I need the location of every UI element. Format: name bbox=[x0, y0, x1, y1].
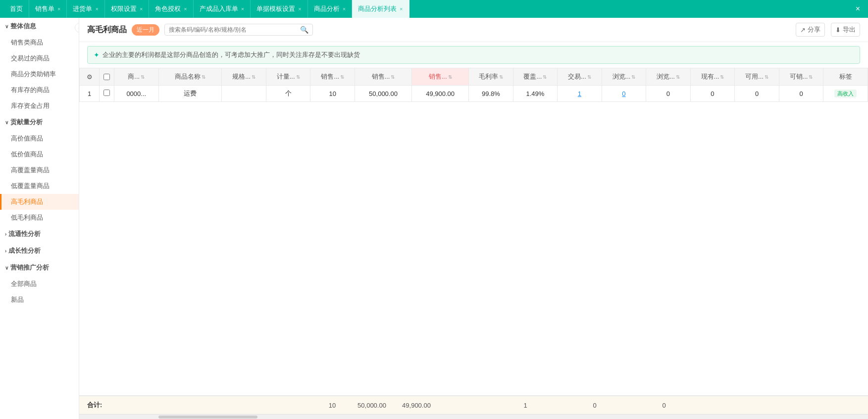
close-purchase-tab[interactable]: × bbox=[95, 6, 98, 12]
cell-browse2: 0 bbox=[646, 86, 691, 102]
nav-tab-permissions[interactable]: 权限设置 × bbox=[105, 0, 149, 18]
close-analysis-tab[interactable]: × bbox=[343, 6, 346, 12]
sort-icon-gross-margin: ⇅ bbox=[499, 74, 503, 80]
nav-tab-purchase[interactable]: 进货单 × bbox=[67, 0, 104, 18]
sidebar-item-high-margin[interactable]: 高毛利商品 bbox=[0, 194, 79, 210]
content-header: 高毛利商品 近一月 🔍 ↗ 分享 ⬇ 导出 bbox=[79, 18, 868, 42]
nav-tab-product-stock[interactable]: 产成品入库单 × bbox=[194, 0, 251, 18]
sidebar-item-all-goods[interactable]: 全部商品 bbox=[0, 276, 79, 292]
sort-icon-spec: ⇅ bbox=[252, 74, 255, 80]
sort-icon-available-stock: ⇅ bbox=[765, 74, 768, 80]
sidebar-item-low-margin[interactable]: 低毛利商品 bbox=[0, 210, 79, 226]
sidebar-item-in-stock[interactable]: 有库存的商品 bbox=[0, 82, 79, 98]
footer-tag bbox=[716, 402, 751, 409]
sidebar-item-high-value[interactable]: 高价值商品 bbox=[0, 131, 79, 146]
sidebar-item-traded-goods[interactable]: 交易过的商品 bbox=[0, 50, 79, 66]
col-code[interactable]: 商... ⇅ bbox=[114, 68, 159, 86]
sidebar-item-new-goods[interactable]: 新品 bbox=[0, 292, 79, 308]
col-settings[interactable]: ⚙ bbox=[80, 68, 100, 86]
sidebar-item-stock-capital[interactable]: 库存资金占用 bbox=[0, 98, 79, 114]
col-tag[interactable]: 标签 bbox=[823, 68, 868, 86]
col-coverage[interactable]: 覆盖... ⇅ bbox=[513, 68, 558, 86]
sidebar-group-marketing[interactable]: ∨ 营销推广分析 bbox=[0, 259, 79, 276]
table-footer: 合计: 10 50,000.00 49,900.00 1 0 0 bbox=[79, 395, 868, 414]
footer-sales-amount: 50,000.00 bbox=[350, 402, 394, 409]
sidebar-group-overall[interactable]: ∨ 整体信息 bbox=[0, 18, 79, 35]
page-title: 高毛利商品 bbox=[87, 25, 127, 35]
sidebar-group-contribution[interactable]: ∨ 贡献量分析 bbox=[0, 114, 79, 131]
sidebar-item-low-value[interactable]: 低价值商品 bbox=[0, 146, 79, 162]
sort-icon-coverage: ⇅ bbox=[543, 74, 547, 80]
close-analysis-list-tab[interactable]: × bbox=[400, 6, 403, 12]
footer-cell-empty2 bbox=[147, 402, 161, 409]
footer-browse2: 0 bbox=[577, 402, 612, 409]
col-transaction[interactable]: 交易... ⇅ bbox=[558, 68, 602, 86]
col-name[interactable]: 商品名称 ⇅ bbox=[158, 68, 222, 86]
sidebar-item-category-rate[interactable]: 商品分类助销率 bbox=[0, 66, 79, 82]
sidebar-group-growth[interactable]: › 成长性分析 bbox=[0, 242, 79, 259]
footer-current-stock bbox=[612, 402, 647, 409]
col-checkbox[interactable] bbox=[100, 68, 114, 86]
cell-spec bbox=[222, 86, 266, 102]
cell-checkbox[interactable] bbox=[100, 86, 114, 102]
col-current-stock[interactable]: 现有... ⇅ bbox=[690, 68, 735, 86]
col-sales-profit[interactable]: 销售... ⇅ bbox=[412, 68, 469, 86]
col-available-stock[interactable]: 可用... ⇅ bbox=[735, 68, 779, 86]
nav-tab-analysis-list[interactable]: 商品分析列表 × bbox=[352, 0, 409, 18]
select-all-checkbox[interactable] bbox=[103, 74, 110, 80]
cell-sales-amount: 50,000.00 bbox=[355, 86, 411, 102]
share-button[interactable]: ↗ 分享 bbox=[796, 23, 825, 37]
arrow-marketing: ∨ bbox=[5, 265, 8, 271]
arrow-overall: ∨ bbox=[5, 24, 8, 29]
nav-tab-roles[interactable]: 角色授权 × bbox=[149, 0, 193, 18]
col-gross-margin[interactable]: 毛利率 ⇅ bbox=[469, 68, 513, 86]
header-actions: ↗ 分享 ⬇ 导出 bbox=[796, 23, 860, 37]
col-browse2[interactable]: 浏览... ⇅ bbox=[646, 68, 691, 86]
col-sales-qty[interactable]: 销售... ⇅ bbox=[310, 68, 355, 86]
nav-tab-template[interactable]: 单据模板设置 × bbox=[251, 0, 307, 18]
footer-label: 合计: bbox=[87, 401, 127, 410]
close-product-stock-tab[interactable]: × bbox=[241, 6, 244, 12]
sidebar-group-liquidity[interactable]: › 流通性分析 bbox=[0, 226, 79, 242]
cell-unit: 个 bbox=[266, 86, 310, 102]
cell-current-stock: 0 bbox=[690, 86, 735, 102]
arrow-growth: › bbox=[5, 248, 6, 254]
sort-icon-name: ⇅ bbox=[202, 74, 205, 80]
cell-coverage: 1.49% bbox=[513, 86, 558, 102]
sidebar-item-high-coverage[interactable]: 高覆盖量商品 bbox=[0, 162, 79, 178]
scrollbar-thumb[interactable] bbox=[158, 416, 257, 419]
col-browse1[interactable]: 浏览... ⇅ bbox=[602, 68, 646, 86]
search-input[interactable] bbox=[169, 26, 298, 33]
search-icon[interactable]: 🔍 bbox=[300, 26, 308, 34]
info-banner: ✦ 企业的主要的利润都是这部分商品创造的，可考虑加大推广，同时关注库存是不要出现… bbox=[87, 46, 860, 64]
nav-tab-home[interactable]: 首页 bbox=[4, 0, 29, 18]
sidebar-item-sales-goods[interactable]: 销售类商品 bbox=[0, 35, 79, 50]
sort-icon-sales-profit: ⇅ bbox=[448, 74, 452, 80]
close-all-tabs[interactable]: × bbox=[852, 4, 864, 13]
sort-icon-current-stock: ⇅ bbox=[720, 74, 724, 80]
footer-available-stock: 0 bbox=[647, 402, 681, 409]
cell-index: 1 bbox=[80, 86, 100, 102]
search-box: 🔍 bbox=[164, 24, 313, 36]
cell-browse1: 0 bbox=[602, 86, 646, 102]
row-checkbox[interactable] bbox=[103, 90, 110, 96]
horizontal-scrollbar[interactable] bbox=[79, 414, 868, 419]
col-unit[interactable]: 计量... ⇅ bbox=[266, 68, 310, 86]
cell-sales-profit: 49,900.00 bbox=[412, 86, 469, 102]
cell-code: 0000... bbox=[114, 86, 159, 102]
nav-tab-sales[interactable]: 销售单 × bbox=[29, 0, 67, 18]
sidebar-item-low-coverage[interactable]: 低覆盖量商品 bbox=[0, 178, 79, 194]
close-roles-tab[interactable]: × bbox=[184, 6, 187, 12]
filter-recent-month[interactable]: 近一月 bbox=[132, 24, 159, 36]
close-sales-tab[interactable]: × bbox=[57, 6, 60, 12]
col-sellable-stock[interactable]: 可销... ⇅ bbox=[779, 68, 823, 86]
export-button[interactable]: ⬇ 导出 bbox=[831, 23, 860, 37]
close-permissions-tab[interactable]: × bbox=[140, 6, 143, 12]
col-spec[interactable]: 规格... ⇅ bbox=[222, 68, 266, 86]
col-sales-amount[interactable]: 销售... ⇅ bbox=[355, 68, 411, 86]
close-template-tab[interactable]: × bbox=[298, 6, 301, 12]
sort-icon-sales-qty: ⇅ bbox=[340, 74, 344, 80]
content-area: 高毛利商品 近一月 🔍 ↗ 分享 ⬇ 导出 ✦ 企业的主要的利润都是这部分商品创… bbox=[79, 18, 868, 419]
nav-tab-analysis[interactable]: 商品分析 × bbox=[308, 0, 352, 18]
footer-cell-unit bbox=[280, 402, 315, 409]
